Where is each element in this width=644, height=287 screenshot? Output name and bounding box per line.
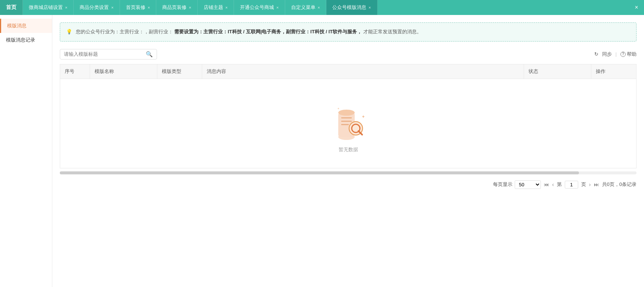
sync-label[interactable]: 同步	[602, 51, 612, 58]
empty-illustration: ✦ ✦	[326, 101, 371, 146]
help-circle-icon: ?	[620, 52, 626, 57]
close-icon[interactable]: ×	[65, 5, 67, 10]
pagination: 每页显示 50 100 200 ⏮ ‹ 第 页 › ⏭ 共0页，0条记录	[60, 177, 637, 192]
window-close-button[interactable]: ×	[629, 0, 644, 15]
close-icon[interactable]: ×	[111, 5, 113, 10]
col-header-seq: 序号	[60, 64, 90, 79]
table-wrap: 序号 模版名称 模版类型 消息内容 状态 操作	[60, 64, 637, 192]
col-header-content: 消息内容	[202, 64, 524, 79]
notice-box: 💡 您的公众号行业为：主营行业：，副营行业： 需要设置为：主营行业：IT科技 /…	[60, 22, 637, 42]
col-header-type: 模版类型	[157, 64, 202, 79]
sidebar-label-template-msg: 模版消息	[7, 23, 27, 28]
main-content: 💡 您的公众号行业为：主营行业：，副营行业： 需要设置为：主营行业：IT科技 /…	[52, 15, 644, 287]
next-page-button[interactable]: ›	[589, 181, 591, 187]
sync-icon: ↻	[594, 51, 598, 57]
page-unit: 页	[581, 181, 586, 188]
svg-point-2	[338, 110, 355, 116]
search-bar: 🔍 ↻ 同步 | ? 帮助	[60, 49, 637, 59]
notice-suffix: 才能正常发送预置的消息。	[363, 29, 422, 34]
col-header-status: 状态	[524, 64, 591, 79]
search-input-wrap[interactable]: 🔍	[60, 49, 157, 59]
help-link[interactable]: ? 帮助	[620, 51, 637, 58]
notice-prefix: 您的公众号行业为：主营行业：，副营行业：	[76, 29, 173, 34]
nav-label-wechat-shop: 微商城店铺设置	[29, 4, 63, 11]
empty-state-text: 暂无数据	[339, 146, 358, 153]
page-number-input[interactable]	[565, 181, 578, 189]
nav-item-wechat-shop[interactable]: 微商城店铺设置 ×	[23, 0, 74, 15]
nav-item-open-mall[interactable]: 开通公众号商城 ×	[234, 0, 285, 15]
col-header-action: 操作	[591, 64, 636, 79]
page-label: 第	[557, 181, 562, 188]
first-page-button[interactable]: ⏮	[544, 181, 549, 187]
nav-label-template-msg: 公众号模版消息	[332, 4, 366, 11]
prev-page-button[interactable]: ‹	[552, 181, 554, 187]
notice-highlight: 需要设置为：主营行业：IT科技 / 互联网|电子商务，副营行业：IT科技 / I…	[174, 29, 362, 34]
close-icon[interactable]: ×	[276, 5, 278, 10]
sidebar-item-template-msg[interactable]: 模版消息	[0, 19, 52, 33]
nav-item-home[interactable]: 首页	[0, 0, 23, 15]
close-icon[interactable]: ×	[369, 5, 371, 10]
close-icon[interactable]: ×	[318, 5, 320, 10]
svg-text:✦: ✦	[361, 114, 365, 119]
nav-label-product-category: 商品分类设置	[80, 4, 109, 11]
search-icon[interactable]: 🔍	[146, 51, 153, 58]
window-close-icon: ×	[635, 4, 638, 11]
close-icon[interactable]: ×	[189, 5, 191, 10]
page-size-wrap: 每页显示 50 100 200	[493, 180, 541, 189]
close-icon[interactable]: ×	[225, 5, 228, 10]
search-input[interactable]	[64, 51, 146, 57]
nav-item-product-page-decor[interactable]: 商品页装修 ×	[156, 0, 197, 15]
divider: |	[616, 51, 617, 57]
main-layout: 模版消息 模版消息记录 💡 您的公众号行业为：主营行业：，副营行业： 需要设置为…	[0, 15, 644, 287]
close-icon[interactable]: ×	[148, 5, 150, 10]
search-actions: ↻ 同步 | ? 帮助	[594, 51, 637, 58]
nav-label-shop-theme: 店铺主题	[204, 4, 223, 11]
svg-text:✦: ✦	[337, 107, 340, 110]
empty-state: ✦ ✦ 暂无数据	[60, 79, 637, 168]
scrollbar-area[interactable]	[60, 171, 637, 174]
page-size-select[interactable]: 50 100 200	[515, 180, 541, 189]
col-header-name: 模版名称	[90, 64, 157, 79]
scrollbar-thumb[interactable]	[60, 171, 579, 174]
nav-label-home: 首页	[6, 4, 16, 11]
nav-item-shop-theme[interactable]: 店铺主题 ×	[198, 0, 234, 15]
nav-label-custom-menu: 自定义菜单	[291, 4, 315, 11]
sidebar-item-template-msg-log[interactable]: 模版消息记录	[0, 33, 52, 47]
nav-item-custom-menu[interactable]: 自定义菜单 ×	[285, 0, 326, 15]
nav-label-product-page-decor: 商品页装修	[162, 4, 187, 11]
nav-item-template-msg[interactable]: 公众号模版消息 ×	[326, 0, 377, 15]
nav-label-homepage-decor: 首页装修	[126, 4, 145, 11]
nav-item-product-category[interactable]: 商品分类设置 ×	[74, 0, 120, 15]
top-navigation: 首页 微商城店铺设置 × 商品分类设置 × 首页装修 × 商品页装修 × 店铺主…	[0, 0, 644, 15]
table-header: 序号 模版名称 模版类型 消息内容 状态 操作	[60, 64, 637, 79]
last-page-button[interactable]: ⏭	[594, 181, 599, 187]
total-info: 共0页，0条记录	[602, 181, 637, 188]
nav-label-open-mall: 开通公众号商城	[240, 4, 274, 11]
bulb-icon: 💡	[66, 29, 72, 34]
sidebar: 模版消息 模版消息记录	[0, 15, 52, 287]
page-size-label: 每页显示	[493, 181, 512, 188]
help-label: 帮助	[627, 51, 637, 58]
sidebar-label-template-msg-log: 模版消息记录	[6, 37, 35, 43]
nav-item-homepage-decor[interactable]: 首页装修 ×	[120, 0, 156, 15]
